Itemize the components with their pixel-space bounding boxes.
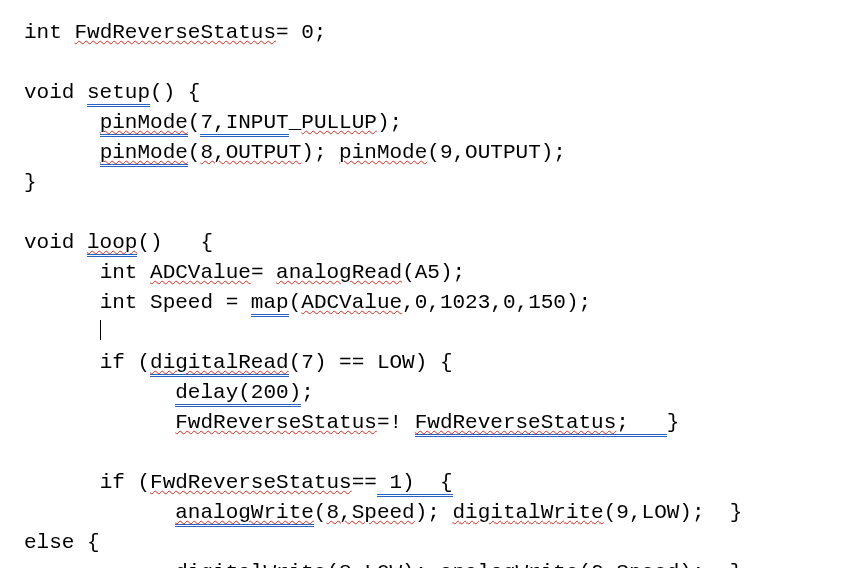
line: pinMode(8,OUTPUT); pinMode(9,OUTPUT); — [24, 141, 566, 167]
line: void loop() { — [24, 231, 213, 257]
line: if (FwdReverseStatus== 1) { — [24, 471, 453, 497]
line: if (digitalRead(7) == LOW) { — [24, 351, 453, 377]
line: else { — [24, 531, 100, 554]
line: } — [24, 171, 37, 194]
line: int ADCValue= analogRead(A5); — [24, 261, 465, 284]
line: int FwdReverseStatus= 0; — [24, 21, 326, 44]
line: delay(200); — [24, 381, 314, 407]
line: pinMode(7,INPUT_PULLUP); — [24, 111, 402, 137]
line: int Speed = map(ADCValue,0,1023,0,150); — [24, 291, 591, 317]
line: void setup() { — [24, 81, 200, 107]
line: digitalWrite(8,LOW); analogWrite(9,Speed… — [24, 561, 742, 568]
line — [24, 321, 101, 344]
line: FwdReverseStatus=! FwdReverseStatus; } — [24, 411, 679, 437]
line: analogWrite(8,Speed); digitalWrite(9,LOW… — [24, 501, 742, 527]
code-block: int FwdReverseStatus= 0; void setup() { … — [0, 0, 865, 568]
text-caret — [100, 320, 101, 340]
